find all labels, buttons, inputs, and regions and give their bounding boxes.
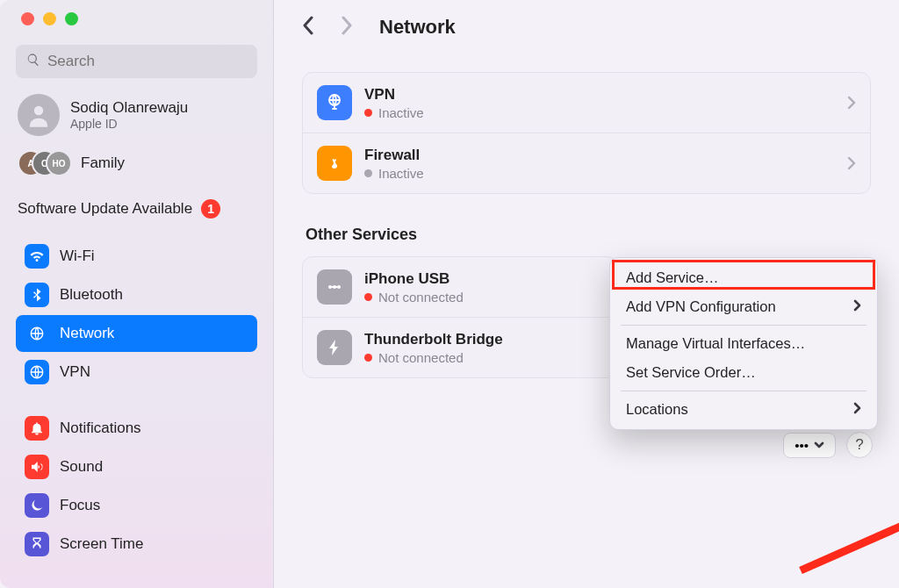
- sidebar-nav: Wi-Fi Bluetooth Network VPN Notification…: [16, 238, 257, 563]
- sidebar-item-bluetooth[interactable]: Bluetooth: [16, 276, 257, 313]
- wifi-icon: [25, 244, 49, 269]
- profile-name: Sodiq Olanrewaju: [70, 99, 188, 117]
- ellipsis-icon: •••: [795, 438, 809, 453]
- family-row[interactable]: A O HO Family: [16, 150, 257, 176]
- thunderbolt-icon: [317, 330, 352, 365]
- ethernet-icon: [317, 269, 352, 305]
- family-label: Family: [81, 154, 125, 172]
- svg-point-0: [34, 106, 44, 116]
- hourglass-icon: [25, 532, 49, 556]
- service-status: Not connected: [378, 290, 464, 305]
- service-row-firewall[interactable]: Firewall Inactive: [303, 133, 870, 193]
- other-services-card: iPhone USB Not connected Thunderbolt Bri…: [302, 256, 618, 378]
- minimize-window-button[interactable]: [43, 12, 56, 25]
- sidebar-item-label: Screen Time: [60, 535, 143, 553]
- sidebar-item-label: Wi-Fi: [60, 247, 95, 265]
- menu-label: Set Service Order…: [626, 364, 756, 381]
- menu-item-add-service[interactable]: Add Service…: [610, 263, 877, 292]
- bell-icon: [25, 416, 49, 441]
- chevron-down-icon: [814, 440, 824, 450]
- chevron-right-icon: [847, 156, 856, 170]
- moon-icon: [25, 493, 49, 518]
- status-dot: [364, 354, 372, 362]
- page-title: Network: [379, 16, 456, 39]
- service-title: Thunderbolt Bridge: [364, 331, 603, 348]
- sidebar-item-label: Notifications: [60, 419, 141, 437]
- more-actions-menu: Add Service… Add VPN Configuration Manag…: [609, 257, 878, 430]
- sidebar-item-screentime[interactable]: Screen Time: [16, 526, 257, 563]
- vpn-icon: [25, 360, 49, 384]
- more-actions-button[interactable]: •••: [783, 433, 836, 458]
- footer-buttons: ••• ?: [783, 432, 873, 458]
- apple-id-profile[interactable]: Sodiq Olanrewaju Apple ID: [16, 94, 257, 136]
- sidebar-item-focus[interactable]: Focus: [16, 487, 257, 524]
- chevron-right-icon: [853, 298, 861, 315]
- sidebar-item-label: Sound: [60, 458, 103, 476]
- menu-label: Locations: [626, 401, 688, 418]
- menu-separator: [621, 391, 867, 391]
- menu-item-service-order[interactable]: Set Service Order…: [610, 358, 877, 387]
- family-avatars: A O HO: [18, 150, 70, 176]
- svg-point-5: [328, 285, 332, 289]
- software-update-label: Software Update Available: [18, 200, 192, 218]
- software-update-row[interactable]: Software Update Available 1: [16, 199, 257, 219]
- menu-label: Add VPN Configuration: [626, 298, 776, 315]
- globe-icon: [317, 85, 352, 120]
- fullscreen-window-button[interactable]: [65, 12, 78, 25]
- avatar: [18, 94, 60, 136]
- menu-item-locations[interactable]: Locations: [610, 395, 877, 424]
- main-content: Network VPN Inactive Firewall Inactive: [274, 0, 899, 588]
- service-row-thunderbolt[interactable]: Thunderbolt Bridge Not connected: [303, 317, 617, 377]
- search-field[interactable]: [16, 45, 257, 78]
- sidebar-item-wifi[interactable]: Wi-Fi: [16, 238, 257, 275]
- sidebar-item-network[interactable]: Network: [16, 315, 257, 352]
- sound-icon: [25, 455, 49, 479]
- help-button[interactable]: ?: [846, 432, 873, 458]
- sidebar-item-label: VPN: [60, 363, 90, 381]
- profile-sub: Apple ID: [70, 117, 188, 131]
- network-icon: [25, 321, 49, 346]
- menu-item-manage-virtual[interactable]: Manage Virtual Interfaces…: [610, 329, 877, 358]
- other-services-heading: Other Services: [306, 226, 871, 244]
- network-services-card: VPN Inactive Firewall Inactive: [302, 72, 871, 194]
- service-status: Inactive: [378, 166, 424, 181]
- service-title: VPN: [364, 86, 847, 104]
- titlebar: Network: [302, 16, 871, 39]
- sidebar-item-sound[interactable]: Sound: [16, 448, 257, 485]
- service-status: Inactive: [378, 105, 424, 120]
- window-controls: [21, 12, 257, 25]
- service-row-iphone-usb[interactable]: iPhone USB Not connected: [303, 257, 617, 317]
- menu-label: Manage Virtual Interfaces…: [626, 335, 805, 352]
- sidebar-item-label: Bluetooth: [60, 286, 123, 304]
- sidebar-item-vpn[interactable]: VPN: [16, 354, 257, 391]
- menu-item-add-vpn[interactable]: Add VPN Configuration: [610, 292, 877, 321]
- sidebar-item-label: Network: [60, 325, 114, 342]
- bluetooth-icon: [25, 283, 49, 307]
- status-dot: [364, 169, 372, 177]
- back-button[interactable]: [302, 16, 314, 39]
- svg-line-8: [801, 456, 899, 570]
- service-row-vpn[interactable]: VPN Inactive: [303, 73, 870, 133]
- chevron-right-icon: [847, 96, 856, 110]
- forward-button[interactable]: [341, 16, 353, 39]
- firewall-icon: [317, 146, 352, 181]
- svg-point-6: [337, 285, 341, 289]
- search-icon: [26, 53, 40, 70]
- service-title: iPhone USB: [364, 270, 603, 288]
- sidebar: Sodiq Olanrewaju Apple ID A O HO Family …: [0, 0, 274, 588]
- sidebar-item-notifications[interactable]: Notifications: [16, 410, 257, 447]
- close-window-button[interactable]: [21, 12, 34, 25]
- service-title: Firewall: [364, 147, 847, 164]
- menu-label: Add Service…: [626, 269, 718, 286]
- svg-point-7: [333, 285, 336, 289]
- sidebar-item-label: Focus: [60, 497, 100, 514]
- menu-separator: [621, 325, 867, 326]
- status-dot: [364, 293, 372, 301]
- search-input[interactable]: [47, 53, 247, 70]
- status-dot: [364, 109, 372, 117]
- service-status: Not connected: [378, 350, 464, 365]
- chevron-right-icon: [853, 401, 861, 418]
- update-badge: 1: [201, 199, 220, 219]
